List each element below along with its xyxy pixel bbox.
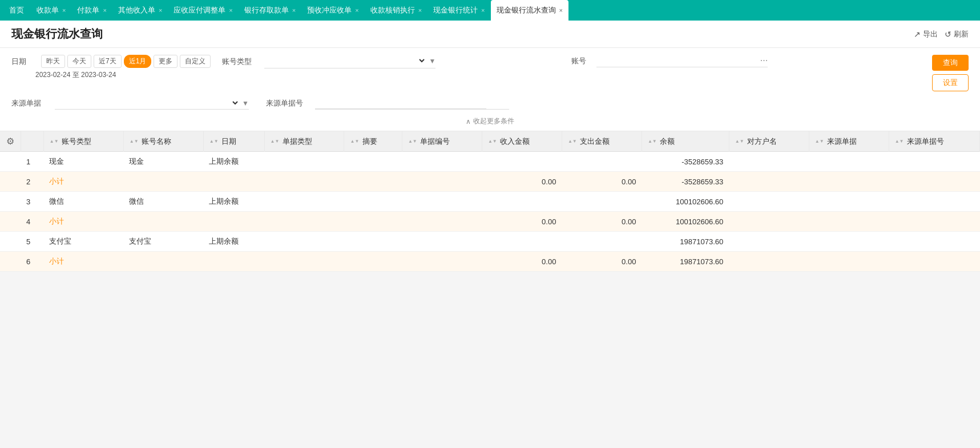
cell-account_name: 微信 <box>123 192 203 212</box>
cell-idx: 2 <box>21 172 43 192</box>
cell-source_doc <box>809 192 889 212</box>
col-doc-type[interactable]: ▲▼ 单据类型 <box>264 131 344 152</box>
cell-idx: 1 <box>21 152 43 172</box>
sort-icon-date: ▲▼ <box>209 139 219 144</box>
nav-tab-付款单[interactable]: 付款单× <box>71 0 112 21</box>
col-account-name[interactable]: ▲▼ 账号名称 <box>123 131 203 152</box>
page-header: 现金银行流水查询 ↗ 导出 ↺ 刷新 <box>0 21 980 48</box>
tab-close-icon[interactable]: × <box>418 7 422 14</box>
nav-tab-label: 现金银行统计 <box>433 5 478 15</box>
nav-tab-其他收入单[interactable]: 其他收入单× <box>112 0 168 21</box>
col-income[interactable]: ▲▼ 收入金额 <box>482 131 562 152</box>
table-body: 1现金现金上期余额-3528659.332小计0.000.00-3528659.… <box>0 152 980 272</box>
page-title: 现金银行流水查询 <box>11 26 103 42</box>
cell-counterpart <box>729 192 809 212</box>
col-source-doc[interactable]: ▲▼ 来源单据 <box>809 131 889 152</box>
settings-button[interactable]: 设置 <box>932 74 969 91</box>
cell-date <box>203 172 264 192</box>
date-btn-today[interactable]: 今天 <box>67 55 91 68</box>
export-button[interactable]: ↗ 导出 <box>914 29 938 39</box>
nav-tab-label: 收款核销执行 <box>370 5 415 15</box>
col-gear[interactable]: ⚙ <box>0 131 21 152</box>
cell-counterpart <box>729 172 809 192</box>
cell-idx: 3 <box>21 192 43 212</box>
cell-expense: 0.00 <box>562 252 642 272</box>
account-input[interactable] <box>596 55 758 66</box>
nav-tab-label: 其他收入单 <box>118 5 155 15</box>
cell-expense: 0.00 <box>562 172 642 192</box>
tab-close-icon[interactable]: × <box>159 7 162 14</box>
query-button[interactable]: 查询 <box>932 55 969 71</box>
nav-tab-银行存取款单[interactable]: 银行存取款单× <box>239 0 301 21</box>
cell-summary <box>344 212 402 232</box>
cell-income <box>482 192 562 212</box>
account-type-select[interactable] <box>264 55 426 67</box>
cell-income <box>482 152 562 172</box>
nav-tab-收款核销执行[interactable]: 收款核销执行× <box>365 0 428 21</box>
nav-home[interactable]: 首页 <box>2 0 31 21</box>
source-doc-no-input[interactable] <box>315 98 486 109</box>
nav-tab-收款单[interactable]: 收款单× <box>31 0 71 21</box>
nav-tabs: 收款单×付款单×其他收入单×应收应付调整单×银行存取款单×预收冲应收单×收款核销… <box>31 0 568 21</box>
cell-account_name: 支付宝 <box>123 232 203 252</box>
sort-icon-account-type: ▲▼ <box>50 139 59 144</box>
cell-gear <box>0 252 21 272</box>
nav-tab-label: 付款单 <box>77 5 99 15</box>
table-row: 1现金现金上期余额-3528659.33 <box>0 152 980 172</box>
refresh-button[interactable]: ↺ 刷新 <box>945 29 969 39</box>
cell-account_type: 小计 <box>43 172 123 192</box>
col-date[interactable]: ▲▼ 日期 <box>203 131 264 152</box>
cell-account_name <box>123 172 203 192</box>
col-doc-no[interactable]: ▲▼ 单据编号 <box>402 131 482 152</box>
tab-close-icon[interactable]: × <box>481 7 485 14</box>
tab-close-icon[interactable]: × <box>62 7 66 14</box>
date-btn-custom[interactable]: 自定义 <box>180 55 211 68</box>
gear-icon[interactable]: ⚙ <box>6 136 14 146</box>
nav-tab-预收冲应收单[interactable]: 预收冲应收单× <box>301 0 364 21</box>
cell-source_doc_no <box>889 152 979 172</box>
tab-close-icon[interactable]: × <box>292 7 296 14</box>
cell-doc_no <box>402 172 482 192</box>
col-expense[interactable]: ▲▼ 支出金额 <box>562 131 642 152</box>
cell-doc_no <box>402 192 482 212</box>
date-btn-1month[interactable]: 近1月 <box>124 55 152 68</box>
sort-icon-source-doc-no: ▲▼ <box>895 139 904 144</box>
cell-gear <box>0 152 21 172</box>
date-btn-more[interactable]: 更多 <box>154 55 178 68</box>
col-account-type[interactable]: ▲▼ 账号类型 <box>43 131 123 152</box>
cell-gear <box>0 172 21 192</box>
source-doc-no-label: 来源单据号 <box>266 98 306 108</box>
cell-income: 0.00 <box>482 172 562 192</box>
tab-close-icon[interactable]: × <box>229 7 232 14</box>
sort-icon-income: ▲▼ <box>488 139 497 144</box>
date-btn-7days[interactable]: 近7天 <box>94 55 122 68</box>
cell-counterpart <box>729 152 809 172</box>
cell-idx: 4 <box>21 212 43 232</box>
cell-counterpart <box>729 212 809 232</box>
cell-balance: 100102606.60 <box>642 212 729 232</box>
cell-account_type: 微信 <box>43 192 123 212</box>
cell-income: 0.00 <box>482 212 562 232</box>
col-summary[interactable]: ▲▼ 摘要 <box>344 131 402 152</box>
date-btn-yesterday[interactable]: 昨天 <box>41 55 65 68</box>
cell-idx: 6 <box>21 252 43 272</box>
source-doc-select[interactable] <box>55 97 240 109</box>
nav-tab-应收应付调整单[interactable]: 应收应付调整单× <box>168 0 238 21</box>
nav-tab-现金银行流水查询[interactable]: 现金银行流水查询× <box>491 0 568 21</box>
col-source-doc-no[interactable]: ▲▼ 来源单据号 <box>889 131 979 152</box>
nav-tab-label: 银行存取款单 <box>244 5 289 15</box>
table-header-row: ⚙ ▲▼ 账号类型 ▲▼ 账号名称 ▲▼ 日期 ▲▼ 单据类型 <box>0 131 980 152</box>
cell-balance: 19871073.60 <box>642 252 729 272</box>
tab-close-icon[interactable]: × <box>355 7 358 14</box>
col-balance[interactable]: ▲▼ 余额 <box>642 131 729 152</box>
nav-tab-现金银行统计[interactable]: 现金银行统计× <box>428 0 490 21</box>
table-row: 6小计0.000.0019871073.60 <box>0 252 980 272</box>
cell-balance: -3528659.33 <box>642 152 729 172</box>
cell-source_doc_no <box>889 252 979 272</box>
cell-account_name <box>123 212 203 232</box>
tab-close-icon[interactable]: × <box>103 7 106 14</box>
col-counterpart[interactable]: ▲▼ 对方户名 <box>729 131 809 152</box>
tab-close-icon[interactable]: × <box>559 7 563 14</box>
collapse-bar[interactable]: ∧ 收起更多条件 <box>11 114 969 126</box>
account-more-icon[interactable]: ··· <box>760 55 768 66</box>
